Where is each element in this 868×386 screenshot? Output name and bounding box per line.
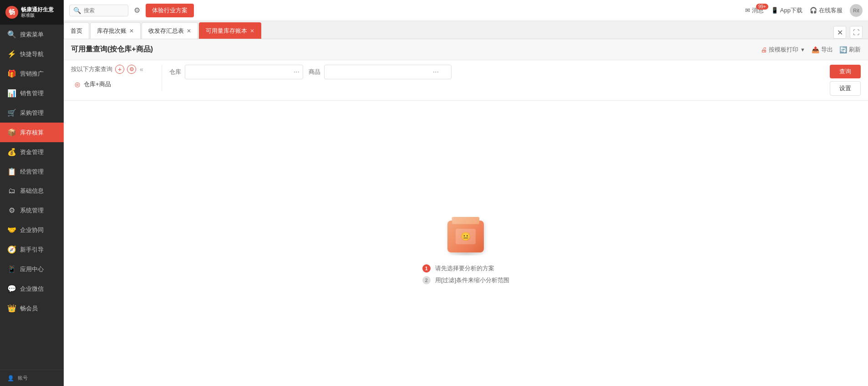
tab-panel-close-button[interactable]: ✕: [833, 26, 846, 39]
sidebar-item-finance[interactable]: 💰 资金管理: [0, 142, 64, 162]
sidebar-item-purchase[interactable]: 🛒 采购管理: [0, 103, 64, 123]
app-center-icon: 📱: [7, 265, 16, 273]
query-button[interactable]: 查询: [830, 65, 861, 78]
filter-field-goods: 商品 ···: [309, 65, 442, 79]
member-icon: 👑: [7, 304, 16, 313]
sidebar-label-marketing: 营销推广: [20, 70, 44, 78]
notification-badge: 99+: [756, 4, 768, 10]
export-button[interactable]: 📤 导出: [812, 46, 833, 54]
goods-label: 商品: [309, 68, 320, 76]
goods-input-wrap: ···: [324, 65, 442, 79]
goods-more-button[interactable]: ···: [433, 68, 439, 76]
sidebar-item-member[interactable]: 👑 畅会员: [0, 299, 64, 318]
sidebar-item-marketing[interactable]: 🎁 营销推广: [0, 64, 64, 83]
sidebar-label-operations: 经营管理: [20, 168, 44, 176]
sidebar-label-sales: 销售管理: [20, 89, 44, 98]
filter-scheme-panel: 按以下方案查询 + ⚙ « ◎ 仓库+商品: [71, 65, 162, 91]
sidebar-item-app-center[interactable]: 📱 应用中心: [0, 259, 64, 279]
warehouse-input[interactable]: [185, 65, 303, 79]
sidebar-label-search: 搜索菜单: [20, 31, 44, 39]
sidebar-item-inventory[interactable]: 📦 库存核算: [0, 123, 64, 142]
tabs-right-controls: ✕ ⛶: [833, 26, 868, 39]
topbar: 🔍 ⚙ 体验行业方案 ✉ 消息 99+ 📱 App下载 🎧 在线客服 Rit: [64, 0, 868, 21]
user-avatar-text: Rit: [853, 8, 859, 13]
sidebar-bottom[interactable]: 👤 账号: [0, 370, 64, 386]
tab-recv-summary-label: 收发存汇总表: [148, 27, 184, 35]
template-print-label: 按模板打印: [769, 46, 798, 54]
user-avatar[interactable]: Rit: [850, 4, 863, 17]
settings-gear-icon[interactable]: ⚙: [134, 6, 140, 15]
tab-home[interactable]: 首页: [64, 22, 89, 39]
sidebar-item-wechat[interactable]: 💬 企业微信: [0, 279, 64, 299]
inventory-icon: 📦: [7, 128, 16, 137]
filter-field-warehouse: 仓库 ···: [169, 65, 303, 79]
customer-service-icon: 🎧: [810, 7, 817, 14]
sidebar-label-member: 畅会员: [20, 304, 38, 313]
sidebar-item-sales[interactable]: 📊 销售管理: [0, 83, 64, 103]
tab-panel-expand-button[interactable]: ⛶: [850, 26, 863, 39]
wechat-icon: 💬: [7, 284, 16, 293]
tab-batch-account[interactable]: 库存批次账 ✕: [90, 22, 141, 39]
tab-available-qty-label: 可用量库存账本: [206, 27, 247, 35]
tab-recv-summary-close[interactable]: ✕: [187, 28, 191, 34]
app-name: 畅康通好生意: [21, 6, 54, 13]
empty-illustration: 😐: [438, 202, 493, 257]
refresh-button[interactable]: 🔄 刷新: [839, 46, 861, 54]
notification-button[interactable]: ✉ 消息 99+: [745, 6, 764, 15]
option-icon: ◎: [75, 81, 80, 88]
add-scheme-button[interactable]: +: [115, 65, 124, 74]
export-icon: 📤: [812, 46, 819, 53]
marketing-icon: 🎁: [7, 69, 16, 78]
filter-scheme-header: 按以下方案查询 + ⚙ «: [71, 65, 156, 74]
tab-home-label: 首页: [71, 27, 82, 35]
purchase-icon: 🛒: [7, 108, 16, 117]
sidebar-item-shortcut[interactable]: ⚡ 快捷导航: [0, 44, 64, 64]
sidebar-bottom-icon: 👤: [7, 375, 14, 381]
sidebar-item-basic[interactable]: 🗂 基础信息: [0, 181, 64, 201]
search-input[interactable]: [84, 7, 120, 14]
print-icon: 🖨: [761, 46, 767, 53]
topbar-search-icon: 🔍: [73, 7, 81, 14]
topbar-right: ✉ 消息 99+ 📱 App下载 🎧 在线客服 Rit: [745, 4, 863, 17]
collapse-button[interactable]: «: [140, 66, 143, 73]
tab-available-qty[interactable]: 可用量库存账本 ✕: [199, 22, 261, 39]
filter-option-warehouse-goods[interactable]: ◎ 仓库+商品: [71, 77, 156, 91]
sidebar: 畅 畅康通好生意 标准版 🔍 搜索菜单 ⚡ 快捷导航 🎁 营销推广 📊 销售管理…: [0, 0, 64, 386]
main-content: 🔍 ⚙ 体验行业方案 ✉ 消息 99+ 📱 App下载 🎧 在线客服 Rit: [64, 0, 868, 386]
tab-batch-account-close[interactable]: ✕: [129, 28, 134, 34]
sidebar-item-operations[interactable]: 📋 经营管理: [0, 162, 64, 181]
sales-icon: 📊: [7, 89, 16, 98]
basic-icon: 🗂: [7, 187, 16, 195]
topbar-search-box[interactable]: 🔍: [69, 5, 128, 16]
sidebar-item-guide[interactable]: 🧭 新手引导: [0, 240, 64, 259]
tabs-bar: 首页 库存批次账 ✕ 收发存汇总表 ✕ 可用量库存账本 ✕ ✕ ⛶: [64, 21, 868, 39]
shortcut-icon: ⚡: [7, 50, 16, 58]
export-label: 导出: [821, 46, 833, 54]
finance-icon: 💰: [7, 148, 16, 156]
scheme-settings-button[interactable]: ⚙: [127, 65, 136, 74]
warehouse-input-wrap: ···: [185, 65, 303, 79]
empty-step-1: 1 请先选择要分析的方案: [422, 264, 509, 273]
industry-solution-button[interactable]: 体验行业方案: [146, 4, 194, 17]
sidebar-label-app-center: 应用中心: [20, 265, 44, 273]
sidebar-item-enterprise[interactable]: 🤝 企业协同: [0, 220, 64, 240]
search-icon: 🔍: [7, 30, 16, 39]
empty-box-illustration: 😐: [447, 221, 484, 252]
step-1-num: 1: [422, 264, 431, 273]
warehouse-more-button[interactable]: ···: [294, 68, 299, 76]
template-print-button[interactable]: 🖨 按模板打印 ▼: [761, 46, 805, 54]
column-settings-button[interactable]: 设置: [830, 81, 861, 96]
sidebar-item-system[interactable]: ⚙ 系统管理: [0, 201, 64, 220]
filter-option-label: 仓库+商品: [84, 80, 111, 88]
app-download-icon: 📱: [771, 7, 778, 14]
tab-recv-summary[interactable]: 收发存汇总表 ✕: [142, 22, 198, 39]
app-download-label: App下载: [780, 6, 802, 15]
refresh-label: 刷新: [849, 46, 861, 54]
app-logo: 畅 畅康通好生意 标准版: [0, 0, 64, 25]
customer-service-button[interactable]: 🎧 在线客服: [810, 6, 843, 15]
customer-service-label: 在线客服: [819, 6, 843, 15]
tab-available-qty-close[interactable]: ✕: [250, 28, 254, 34]
sidebar-item-search[interactable]: 🔍 搜索菜单: [0, 25, 64, 44]
app-download-button[interactable]: 📱 App下载: [771, 6, 802, 15]
print-dropdown-icon[interactable]: ▼: [800, 47, 805, 52]
